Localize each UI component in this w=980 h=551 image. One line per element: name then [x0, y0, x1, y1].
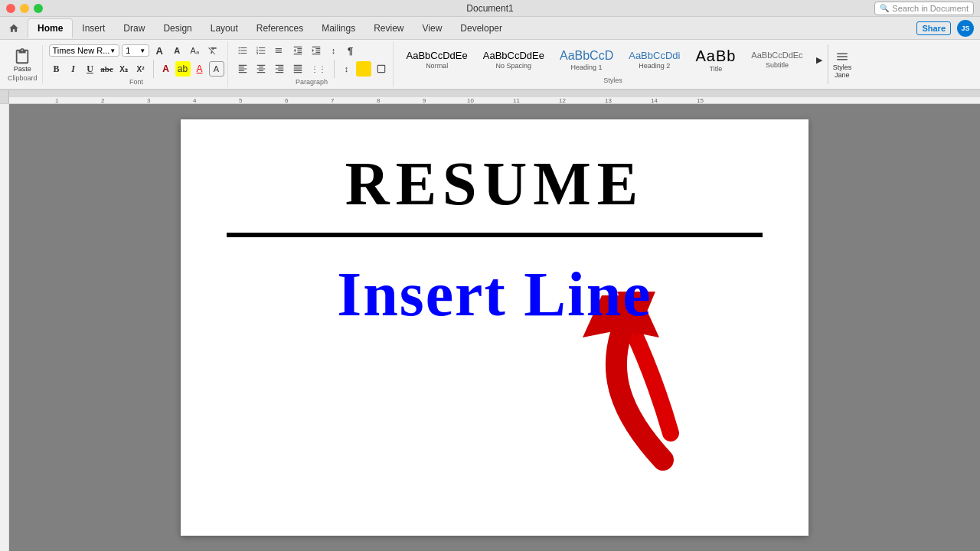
size-dropdown-icon: ▼ [139, 47, 145, 54]
style-heading1[interactable]: AaBbCcD Heading 1 [553, 46, 620, 73]
font-size-selector[interactable]: 1 ▼ [122, 44, 149, 57]
style-h1-label: Heading 1 [571, 64, 603, 71]
bold-button[interactable]: B [49, 61, 64, 77]
share-button[interactable]: Share [916, 21, 951, 35]
borders-button[interactable] [373, 61, 390, 77]
style-normal[interactable]: AaBbCcDdEe Normal [400, 47, 475, 72]
paragraph-group-label: Paragraph [234, 78, 390, 86]
bullets-button[interactable] [234, 43, 251, 58]
style-nospace-label: No Spacing [496, 62, 532, 70]
columns-button[interactable]: ⋮⋮ [308, 61, 329, 77]
line-spacing-button[interactable]: ↕ [339, 61, 354, 77]
style-h2-preview: AaBbCcDdi [629, 50, 680, 62]
tab-references[interactable]: References [247, 19, 312, 37]
style-normal-label: Normal [426, 62, 448, 70]
subscript-button[interactable]: X₂ [116, 61, 132, 77]
minimize-button[interactable] [20, 4, 29, 13]
font-color-button[interactable]: A [158, 61, 174, 77]
svg-text:8: 8 [377, 97, 381, 104]
svg-text:12: 12 [559, 97, 566, 104]
style-title[interactable]: AaBb Title [688, 44, 743, 75]
maximize-button[interactable] [34, 4, 43, 13]
styles-pane-label1: Styles [833, 64, 852, 71]
tab-review[interactable]: Review [364, 19, 413, 37]
clear-formatting-button[interactable] [204, 43, 221, 58]
search-icon: 🔍 [880, 4, 889, 12]
paste-button[interactable]: Paste [11, 47, 34, 74]
tab-design[interactable]: Design [154, 19, 201, 37]
svg-text:2: 2 [101, 97, 105, 104]
show-hide-button[interactable]: ¶ [343, 43, 358, 58]
text-color-button[interactable]: A [192, 61, 207, 77]
style-subtitle-label: Subtitle [766, 61, 789, 69]
styles-pane-label2: Jane [835, 71, 850, 79]
svg-text:9: 9 [423, 97, 426, 104]
increase-indent-button[interactable] [308, 43, 325, 58]
close-button[interactable] [6, 4, 15, 13]
tab-draw[interactable]: Draw [114, 19, 154, 37]
svg-text:6: 6 [285, 97, 289, 104]
ruler-left-margin [0, 90, 9, 103]
svg-text:13: 13 [605, 97, 612, 104]
svg-text:15: 15 [697, 97, 704, 104]
multilevel-list-button[interactable] [271, 43, 288, 58]
tab-insert[interactable]: Insert [73, 19, 114, 37]
strikethrough-button[interactable]: abc [100, 61, 115, 77]
document-page: RESUME [181, 119, 808, 536]
search-box[interactable]: 🔍 Search in Document [874, 2, 974, 15]
change-case-button[interactable]: Aₐ [187, 43, 202, 58]
style-subtitle[interactable]: AaBbCcDdEc Subtitle [744, 48, 809, 70]
style-nospace-preview: AaBbCcDdEe [483, 50, 544, 62]
style-title-label: Title [710, 65, 723, 73]
svg-text:3: 3 [147, 97, 151, 104]
resume-title: RESUME [227, 150, 763, 217]
insert-line-text: Insert Line [227, 260, 763, 329]
numbering-button[interactable] [253, 43, 270, 58]
styles-group-label: Styles [400, 75, 827, 84]
paste-label: Paste [14, 65, 31, 73]
svg-text:7: 7 [331, 97, 335, 104]
tab-view[interactable]: View [413, 19, 452, 37]
grow-font-button[interactable]: A [152, 43, 167, 58]
tab-home[interactable]: Home [28, 18, 73, 38]
style-title-preview: AaBb [695, 47, 736, 65]
svg-text:14: 14 [651, 97, 658, 104]
font-name-selector[interactable]: Times New R... ▼ [49, 44, 120, 57]
ruler-scale: 1 2 3 4 5 6 7 8 9 10 11 12 13 14 15 [9, 90, 980, 103]
svg-text:5: 5 [239, 97, 243, 104]
style-h1-preview: AaBbCcD [560, 48, 613, 63]
superscript-button[interactable]: X² [133, 61, 149, 77]
justify-button[interactable] [289, 61, 306, 77]
shading-button[interactable] [356, 61, 371, 77]
align-left-button[interactable] [234, 61, 251, 77]
svg-text:11: 11 [513, 97, 520, 104]
shrink-font-button[interactable]: A [169, 43, 185, 58]
sort-button[interactable]: ↕ [326, 43, 341, 58]
underline-button[interactable]: U [83, 61, 98, 77]
home-icon[interactable] [3, 18, 24, 39]
italic-button[interactable]: I [66, 61, 81, 77]
tab-developer[interactable]: Developer [451, 19, 511, 37]
char-border-button[interactable]: A [209, 61, 224, 77]
tabs-container: Home Insert Draw Design Layout Reference… [24, 18, 916, 37]
user-avatar[interactable]: JS [957, 20, 974, 37]
style-no-spacing[interactable]: AaBbCcDdEe No Spacing [476, 47, 551, 72]
tab-mailings[interactable]: Mailings [312, 19, 364, 37]
style-heading2[interactable]: AaBbCcDdi Heading 2 [622, 47, 687, 72]
window-title: Document1 [466, 3, 513, 14]
align-center-button[interactable] [253, 61, 270, 77]
svg-text:10: 10 [467, 97, 474, 104]
align-right-button[interactable] [271, 61, 288, 77]
more-styles-button[interactable]: ▶ [812, 52, 827, 67]
tab-layout[interactable]: Layout [201, 19, 247, 37]
svg-rect-1 [9, 90, 980, 97]
horizontal-line [227, 233, 763, 237]
style-subtitle-preview: AaBbCcDdEc [751, 51, 802, 60]
styles-pane-button[interactable]: Styles Jane [828, 44, 857, 84]
svg-text:4: 4 [193, 97, 197, 104]
window-controls [6, 4, 43, 13]
search-placeholder: Search in Document [892, 4, 969, 13]
highlight-button[interactable]: ab [175, 61, 191, 77]
font-group-label: Font [49, 78, 224, 86]
decrease-indent-button[interactable] [289, 43, 306, 58]
